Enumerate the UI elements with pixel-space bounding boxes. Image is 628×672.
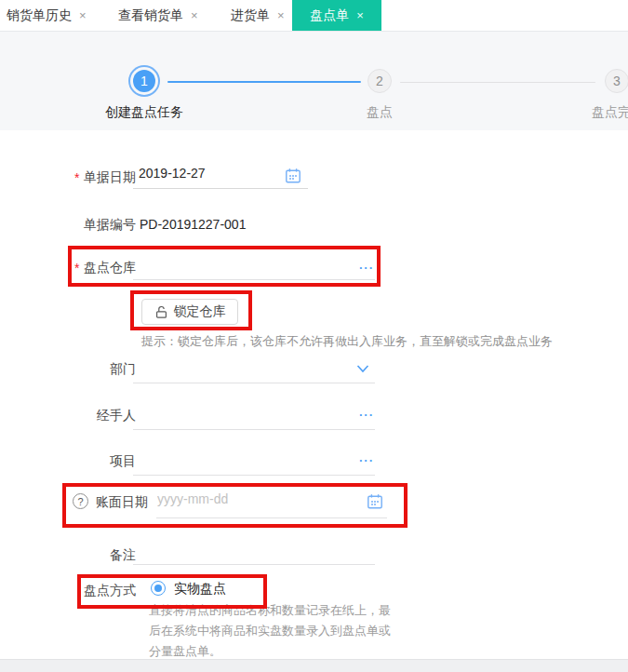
field-underline [133, 475, 375, 476]
step-3-circle: 3 [605, 69, 628, 93]
method-description: 直接将清点的商品名称和数量记录在纸上，最后在系统中将商品和实盘数量录入到盘点单或… [149, 600, 398, 662]
tab-label: 查看销货单 [118, 7, 183, 24]
stepper: 1 2 3 创建盘点任务 盘点 盘点完成 [0, 31, 628, 130]
department-field[interactable] [140, 360, 349, 377]
lock-warehouse-tip: 提示：锁定仓库后，该仓库不允许再做出入库业务，直至解锁或完成盘点业务 [141, 333, 588, 350]
doc-number-value: PD-20191227-001 [140, 217, 246, 232]
help-icon[interactable]: ? [73, 493, 88, 509]
field-underline [133, 188, 308, 189]
field-underline [156, 517, 387, 518]
method-label: 盘点方式 [71, 583, 136, 599]
tab-stocktaking-active[interactable]: 盘点单 × [292, 0, 381, 31]
handler-field[interactable] [140, 407, 349, 423]
doc-number-label: 单据编号 [71, 217, 136, 234]
step-2-label: 盘点 [354, 104, 406, 121]
warehouse-picker-ellipsis[interactable]: ··· [359, 261, 374, 275]
department-label: 部门 [71, 361, 136, 378]
field-underline [133, 429, 375, 430]
handler-label: 经手人 [71, 408, 136, 424]
field-underline [133, 383, 375, 383]
calendar-icon[interactable] [367, 493, 383, 510]
step-2-circle: 2 [367, 69, 392, 93]
doc-date-label: 单据日期 [71, 169, 136, 186]
step-3-label: 盘点完成 [585, 104, 628, 121]
close-icon[interactable]: × [191, 8, 198, 22]
lock-warehouse-button[interactable]: 锁定仓库 [141, 299, 238, 325]
tab-bar: 销货单历史 × 查看销货单 × 进货单 × 盘点单 × [0, 0, 628, 31]
radio-selected-dot [154, 585, 162, 592]
tab-label: 盘点单 [310, 7, 349, 24]
doc-date-input[interactable] [139, 166, 278, 181]
step-number: 3 [613, 74, 621, 88]
tab-view-sales-order[interactable]: 查看销货单 × [118, 0, 198, 31]
warehouse-label: 盘点仓库 [71, 260, 136, 276]
help-mark: ? [77, 496, 83, 507]
tab-label: 进货单 [231, 7, 270, 24]
tab-label: 销货单历史 [7, 7, 72, 24]
field-underline [133, 564, 375, 565]
warehouse-field[interactable] [140, 259, 349, 276]
close-icon[interactable]: × [79, 8, 87, 22]
field-underline [133, 279, 375, 280]
book-date-input[interactable] [157, 491, 353, 506]
lock-warehouse-label: 锁定仓库 [174, 303, 226, 320]
unlock-icon [154, 305, 168, 319]
stocktaking-page: 销货单历史 × 查看销货单 × 进货单 × 盘点单 × 1 2 3 创建盘点任务… [0, 0, 628, 672]
remark-field[interactable] [140, 546, 372, 563]
project-picker-ellipsis[interactable]: ··· [359, 453, 374, 467]
handler-picker-ellipsis[interactable]: ··· [359, 408, 374, 422]
step-1-circle: 1 [133, 70, 155, 92]
chevron-down-icon[interactable] [355, 363, 370, 374]
project-field[interactable] [140, 452, 349, 469]
close-icon[interactable]: × [356, 8, 364, 22]
step-number: 1 [140, 74, 148, 88]
calendar-icon[interactable] [285, 168, 301, 184]
close-icon[interactable]: × [277, 8, 285, 22]
step-number: 2 [376, 74, 383, 88]
step-connector-todo [400, 82, 595, 83]
physical-count-option-label: 实物盘点 [174, 581, 226, 598]
physical-count-radio[interactable] [151, 581, 166, 596]
remark-label: 备注 [71, 547, 136, 564]
project-label: 项目 [71, 453, 136, 470]
tab-sales-history[interactable]: 销货单历史 × [7, 0, 87, 31]
page-background-strip [0, 659, 628, 672]
step-1-label: 创建盘点任务 [100, 104, 189, 121]
step-connector-done [167, 81, 361, 83]
tab-purchase-order[interactable]: 进货单 × [231, 0, 285, 31]
book-date-label: 账面日期 [96, 494, 148, 511]
